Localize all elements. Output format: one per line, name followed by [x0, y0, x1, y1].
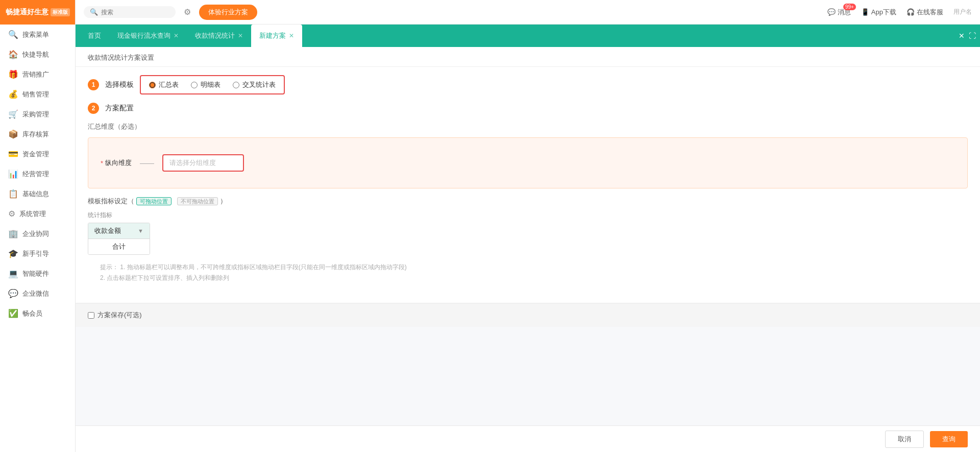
sidebar-item-search-menu[interactable]: 🔍 搜索菜单: [0, 25, 75, 44]
radio-detail-input[interactable]: [191, 82, 198, 88]
money-icon: 💰: [8, 89, 18, 99]
service-btn[interactable]: 🎧 在线客服: [906, 8, 943, 17]
sidebar-item-finance[interactable]: 💳 资金管理: [0, 144, 75, 164]
sidebar-item-inventory[interactable]: 📦 库存核算: [0, 124, 75, 144]
required-star: *: [101, 159, 103, 167]
tab-new-plan-close[interactable]: ✕: [289, 32, 294, 39]
tab-new-plan[interactable]: 新建方案 ✕: [251, 25, 302, 47]
tab-receipt-stats-close[interactable]: ✕: [238, 32, 243, 39]
notification-btn[interactable]: 💬 消息 99+: [827, 8, 851, 17]
sidebar-item-basic-info[interactable]: 📋 基础信息: [0, 184, 75, 204]
dimension-area: * 纵向维度 —— 请选择分组维度: [88, 137, 968, 188]
bottom-bar: 取消 查询: [76, 425, 980, 452]
search-input[interactable]: [101, 9, 162, 16]
download-btn[interactable]: 📱 App下载: [861, 8, 896, 17]
sidebar-item-marketing[interactable]: 🎁 营销推广: [0, 64, 75, 84]
dimension-title: 汇总维度（必选）: [88, 122, 968, 131]
topbar-right: 💬 消息 99+ 📱 App下载 🎧 在线客服 用户名: [827, 8, 972, 17]
sidebar-item-guide[interactable]: 🎓 新手引导: [0, 244, 75, 264]
app-name: 畅捷通好生意: [6, 8, 48, 17]
window-close-icon[interactable]: ✕: [959, 32, 965, 40]
non-draggable-tag: 不可拖动位置: [177, 197, 218, 205]
metrics-grid: 收款金额 ▼ 合计: [88, 223, 150, 255]
radio-detail-label: 明细表: [201, 80, 220, 89]
sidebar-item-operation[interactable]: 📊 经营管理: [0, 164, 75, 184]
box-icon: 📦: [8, 129, 18, 139]
step1-label: 选择模板: [105, 80, 134, 89]
tips-section: 提示： 1. 拖动标题栏可以调整布局，不可跨维度或指标区域拖动栏目字段(只能在同…: [88, 263, 968, 295]
tab-cash-flow[interactable]: 现金银行流水查询 ✕: [109, 25, 187, 47]
metrics-table-wrap: 统计指标 收款金额 ▼ 合计: [88, 211, 968, 255]
sidebar-item-label: 资金管理: [22, 150, 49, 159]
sidebar-item-label: 库存核算: [22, 130, 49, 139]
tab-receipt-stats[interactable]: 收款情况统计 ✕: [187, 25, 251, 47]
page-header: 收款情况统计方案设置: [76, 47, 980, 67]
settings-icon[interactable]: ⚙: [184, 7, 191, 17]
radio-summary-label: 汇总表: [159, 80, 179, 89]
sidebar-item-quick-nav[interactable]: 🏠 快捷导航: [0, 44, 75, 64]
clipboard-icon: 📋: [8, 189, 18, 199]
dimension-select-placeholder: 请选择分组维度: [169, 158, 216, 168]
laptop-icon: 💻: [8, 269, 18, 278]
sidebar: 畅捷通好生意 标准版 🔍 搜索菜单 🏠 快捷导航 🎁 营销推广 💰 销售管理 🛒…: [0, 0, 76, 452]
version-tag: 标准版: [51, 8, 70, 16]
tab-new-plan-label: 新建方案: [259, 31, 286, 40]
card-icon: 💳: [8, 149, 18, 159]
metrics-col-header[interactable]: 收款金额 ▼: [88, 223, 150, 239]
sidebar-item-vip[interactable]: ✅ 畅会员: [0, 303, 75, 323]
download-icon: 📱: [861, 8, 869, 16]
sidebar-item-system[interactable]: ⚙ 系统管理: [0, 204, 75, 224]
tabs-right-buttons: ✕ ⛶: [959, 32, 976, 40]
form-footer: 方案保存(可选): [76, 303, 980, 327]
window-expand-icon[interactable]: ⛶: [969, 32, 976, 40]
cart-icon: 🛒: [8, 109, 18, 119]
main-area: 🔍 ⚙ 体验行业方案 💬 消息 99+ 📱 App下载 🎧 在线客服 用户名 首…: [76, 0, 980, 452]
radio-summary-input[interactable]: [149, 82, 156, 88]
sidebar-item-enterprise[interactable]: 🏢 企业协同: [0, 224, 75, 244]
query-button[interactable]: 查询: [930, 431, 968, 447]
dimension-select[interactable]: 请选择分组维度: [162, 154, 244, 172]
sidebar-item-purchase[interactable]: 🛒 采购管理: [0, 104, 75, 124]
topbar-search-box[interactable]: 🔍: [84, 6, 176, 18]
download-label: App下载: [871, 8, 896, 17]
radio-summary[interactable]: 汇总表: [149, 80, 179, 89]
radio-cross[interactable]: 交叉统计表: [233, 80, 276, 89]
notification-icon: 💬: [827, 8, 836, 16]
sidebar-item-hardware[interactable]: 💻 智能硬件: [0, 264, 75, 283]
radio-detail[interactable]: 明细表: [191, 80, 220, 89]
sidebar-item-label: 营销推广: [22, 70, 49, 79]
cancel-button[interactable]: 取消: [885, 431, 924, 448]
step2-label: 方案配置: [105, 104, 134, 113]
vertical-dimension-text: 纵向维度: [105, 158, 132, 168]
sidebar-item-label: 智能硬件: [22, 269, 49, 278]
vip-icon: ✅: [8, 308, 18, 318]
vertical-dimension-label: * 纵向维度: [101, 158, 132, 168]
tab-home[interactable]: 首页: [80, 25, 109, 47]
tabs-bar: 首页 现金银行流水查询 ✕ 收款情况统计 ✕ 新建方案 ✕ ✕ ⛶: [76, 25, 980, 47]
user-name: 用户名: [953, 8, 972, 16]
chart-icon: 📊: [8, 169, 18, 179]
search-icon: 🔍: [8, 30, 18, 39]
save-checkbox-input[interactable]: [88, 312, 94, 319]
radio-cross-input[interactable]: [233, 82, 239, 88]
service-label: 在线客服: [917, 8, 943, 17]
gear-icon: ⚙: [8, 209, 15, 219]
guide-icon: 🎓: [8, 249, 18, 258]
tab-cash-flow-close[interactable]: ✕: [174, 32, 179, 39]
save-checkbox-label[interactable]: 方案保存(可选): [88, 311, 142, 320]
gift-icon: 🎁: [8, 69, 18, 79]
step1-row: 1 选择模板 汇总表 明细表 交叉统计表: [88, 75, 968, 94]
tab-home-label: 首页: [88, 31, 101, 40]
metrics-section: 模板指标设定（ 可拖动位置 不可拖动位置 ） 统计指标 收款金额 ▼: [88, 197, 968, 255]
sidebar-item-sales[interactable]: 💰 销售管理: [0, 84, 75, 104]
metrics-section-label: 统计指标: [88, 211, 968, 220]
sidebar-logo: 畅捷通好生意 标准版: [0, 0, 75, 25]
notification-badge: 99+: [843, 4, 856, 10]
trial-button[interactable]: 体验行业方案: [199, 5, 257, 20]
breadcrumb: 收款情况统计方案设置: [88, 54, 154, 61]
sidebar-item-wechat[interactable]: 💬 企业微信: [0, 283, 75, 303]
radio-cross-label: 交叉统计表: [242, 80, 276, 89]
sidebar-item-label: 企业微信: [22, 289, 49, 298]
search-icon: 🔍: [90, 8, 98, 16]
sidebar-item-label: 新手引导: [22, 249, 49, 258]
